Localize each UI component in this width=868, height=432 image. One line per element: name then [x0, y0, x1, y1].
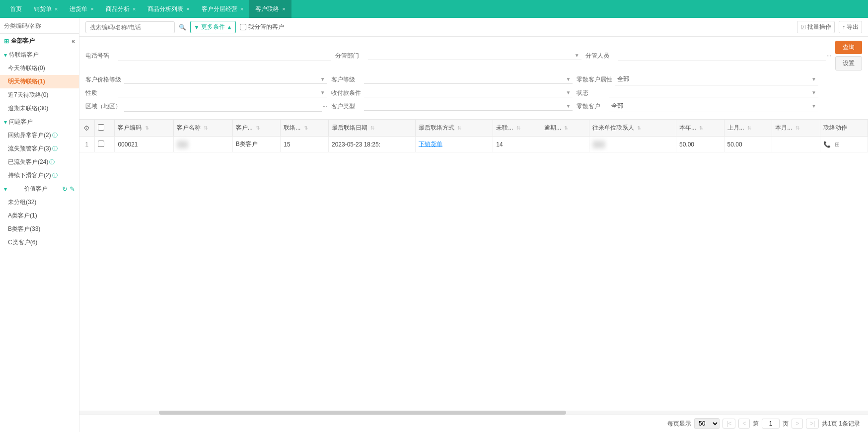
sidebar-item-tomorrow[interactable]: 明天待联络(1) — [0, 75, 79, 88]
search-input[interactable] — [85, 21, 175, 33]
last-method-link[interactable]: 下销货单 — [419, 141, 442, 147]
scrollbar-thumb[interactable] — [159, 411, 566, 415]
close-product-analysis-list-icon[interactable]: × — [186, 6, 189, 12]
sidebar-item-today[interactable]: 今天待联络(0) — [0, 62, 79, 75]
td-uncontacted: 14 — [493, 137, 541, 152]
price-level-arrow-icon: ▼ — [320, 76, 325, 82]
checkbox-icon: ☑ — [800, 24, 806, 31]
per-page-select[interactable]: 50 100 200 — [694, 418, 720, 429]
nav-purchase-order[interactable]: 进货单 × — [64, 0, 99, 18]
close-purchase-order-icon[interactable]: × — [90, 6, 93, 12]
nature-select[interactable]: ▼ — [118, 88, 327, 97]
dept-arrow-icon: ▼ — [575, 53, 579, 58]
status-select[interactable]: ▼ — [609, 88, 818, 97]
sidebar-item-c-class[interactable]: C类客户(6) — [0, 236, 79, 249]
sidebar-item-abnormal[interactable]: 回购异常客户(2) ⓘ — [0, 129, 79, 142]
sidebar-section-pending[interactable]: 待联络客户 — [0, 48, 79, 62]
sidebar-item-declining[interactable]: 持续下滑客户(2) ⓘ — [0, 169, 79, 182]
close-product-analysis-icon[interactable]: × — [133, 6, 136, 12]
td-this-month — [772, 137, 820, 152]
retail-attr-select[interactable]: 全部 ▼ — [615, 73, 818, 85]
region-more-icon[interactable]: ··· — [323, 103, 327, 109]
query-button[interactable]: 查询 — [835, 41, 862, 54]
phone-input[interactable] — [118, 51, 331, 61]
th-last-contact-method[interactable]: 最后联络方式 ⇅ — [415, 120, 493, 137]
sidebar-search-input[interactable] — [4, 22, 78, 29]
filter-nature: 性质 ▼ — [85, 88, 327, 97]
th-uncontacted[interactable]: 未联... ⇅ — [493, 120, 541, 137]
nav-product-analysis-list[interactable]: 商品分析列表 × — [142, 0, 195, 18]
first-page-button[interactable]: |< — [723, 419, 735, 429]
prev-page-button[interactable]: < — [738, 419, 750, 429]
th-customer-code[interactable]: 客户编码 ⇅ — [115, 120, 174, 137]
nav-product-analysis[interactable]: 商品分析 × — [100, 0, 142, 18]
batch-op-button[interactable]: ☑ 批量操作 — [797, 21, 835, 33]
table-settings-icon[interactable]: ⚙ — [83, 124, 90, 132]
td-contact-count: 15 — [281, 137, 329, 152]
th-contact-person[interactable]: 往来单位联系人 ⇅ — [589, 120, 676, 137]
th-checkbox — [94, 120, 115, 137]
my-customers-checkbox[interactable]: 我分管的客户 — [240, 23, 284, 31]
horizontal-scrollbar[interactable] — [79, 411, 868, 415]
last-page-button[interactable]: >| — [806, 419, 819, 429]
nav-home[interactable]: 首页 — [4, 0, 28, 18]
th-label-this-year: 本年... — [679, 124, 696, 131]
sidebar-all-customers[interactable]: ⊞ 全部客户 « — [0, 34, 79, 48]
th-this-month[interactable]: 本月... ⇅ — [772, 120, 820, 137]
th-contact-count[interactable]: 联络... ⇅ — [281, 120, 329, 137]
sidebar-item-ungrouped[interactable]: 未分组(32) — [0, 196, 79, 209]
settings-button[interactable]: 设置 — [835, 56, 862, 71]
customer-table: ⚙ 客户编码 ⇅ 客户名称 ⇅ — [79, 120, 868, 152]
select-all-checkbox[interactable] — [98, 124, 104, 131]
manager-input[interactable] — [618, 51, 826, 61]
phone-action-icon[interactable]: 📞 — [823, 141, 831, 148]
sidebar: 🔍 ⊞ 全部客户 « 待联络客户 今天待联络(0) 明天待联络(1) 近7天待联… — [0, 18, 79, 432]
manager-more-icon[interactable]: ··· — [827, 53, 831, 59]
region-input[interactable] — [124, 101, 322, 112]
sidebar-section-problem[interactable]: 问题客户 — [0, 115, 79, 129]
search-icon[interactable]: 🔍 — [179, 24, 186, 31]
page-input[interactable] — [762, 419, 780, 429]
more-conditions-button[interactable]: ▼ 更多条件 ▲ — [190, 21, 236, 33]
sidebar-item-a-class[interactable]: A类客户(1) — [0, 209, 79, 222]
customer-type-select[interactable]: ▼ — [364, 102, 573, 111]
close-sales-order-icon[interactable]: × — [55, 6, 58, 12]
close-customer-tier-icon[interactable]: × — [240, 6, 243, 12]
sidebar-search-area: 🔍 — [0, 18, 79, 34]
close-customer-contact-icon[interactable]: × — [282, 6, 285, 12]
nav-customer-contact[interactable]: 客户联络 × — [249, 0, 291, 18]
export-button[interactable]: ↑ 导出 — [839, 21, 862, 33]
info-icon-churn-warning: ⓘ — [52, 145, 58, 152]
next-page-button[interactable]: > — [792, 419, 803, 429]
td-code: 000021 — [115, 137, 174, 152]
nav-customer-tier[interactable]: 客户分层经营 × — [196, 0, 249, 18]
sidebar-item-7days[interactable]: 近7天待联络(0) — [0, 88, 79, 102]
th-last-month[interactable]: 上月... ⇅ — [724, 120, 772, 137]
nav-sales-order[interactable]: 销货单 × — [28, 0, 64, 18]
more-action-icon[interactable]: ⊞ — [835, 141, 840, 148]
th-overdue[interactable]: 逾期... ⇅ — [541, 120, 589, 137]
th-customer-name[interactable]: 客户名称 ⇅ — [174, 120, 233, 137]
sidebar-item-churn-warning[interactable]: 流失预警客户(3) ⓘ — [0, 142, 79, 155]
top-nav: 首页 销货单 × 进货单 × 商品分析 × 商品分析列表 × 客户分层经营 × … — [0, 0, 868, 18]
retail-customer-select[interactable]: 全部 ▼ — [609, 100, 818, 112]
th-customer-type[interactable]: 客户... ⇅ — [232, 120, 281, 137]
row-checkbox[interactable] — [98, 141, 104, 147]
nature-arrow-icon: ▼ — [320, 90, 325, 95]
info-icon-declining: ⓘ — [52, 172, 58, 179]
th-this-year[interactable]: 本年... ⇅ — [676, 120, 724, 137]
sidebar-item-churned[interactable]: 已流失客户(24) ⓘ — [0, 155, 79, 169]
price-level-select[interactable]: ▼ — [124, 75, 327, 84]
sidebar-section-value[interactable]: 价值客户 ↻ ✎ — [0, 182, 79, 196]
th-last-contact-date[interactable]: 最后联络日期 ⇅ — [328, 120, 415, 137]
edit-icon[interactable]: ✎ — [70, 185, 75, 193]
sidebar-item-b-class[interactable]: B类客户(33) — [0, 222, 79, 236]
query-btn-group: 查询 设置 — [835, 41, 862, 71]
payment-select[interactable]: ▼ — [364, 88, 573, 97]
customer-level-select[interactable]: ▼ — [364, 75, 573, 84]
sidebar-item-overdue[interactable]: 逾期未联络(30) — [0, 102, 79, 115]
action-icons-group: 📞 ⊞ — [823, 141, 865, 148]
filter-phone: 电话号码 — [85, 51, 331, 61]
dept-select[interactable]: ▼ — [368, 51, 581, 60]
refresh-icon[interactable]: ↻ — [62, 185, 68, 193]
